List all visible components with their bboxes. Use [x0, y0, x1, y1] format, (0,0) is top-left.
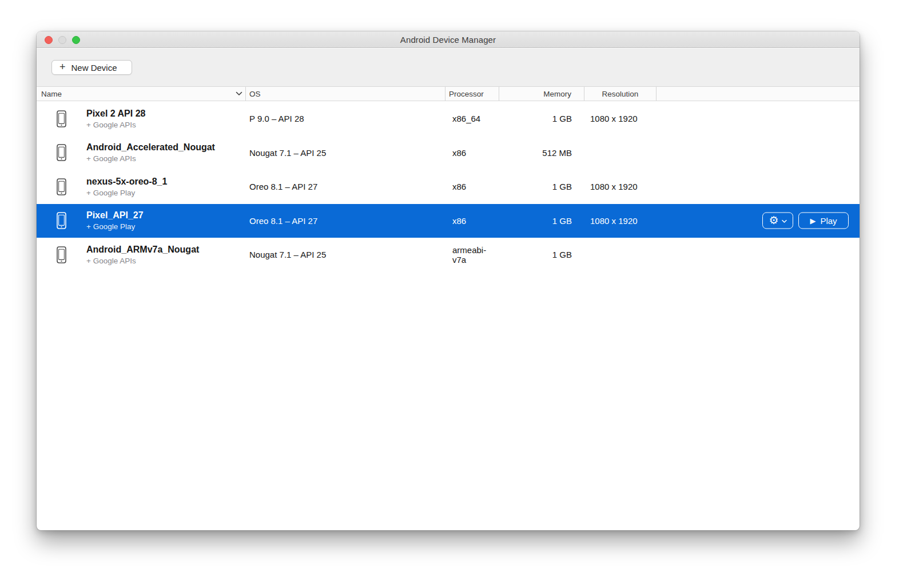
device-processor: armeabi-v7a	[445, 238, 499, 272]
device-row-android-armv7a-nougat[interactable]: Android_ARMv7a_Nougat + Google APIs Noug…	[37, 238, 860, 272]
play-icon: ▶	[810, 217, 815, 225]
zoom-button[interactable]	[72, 36, 80, 44]
minimize-button[interactable]	[58, 36, 66, 44]
device-processor: x86	[445, 170, 499, 204]
device-row-pixel-api-27[interactable]: Pixel_API_27 + Google Play Oreo 8.1 – AP…	[37, 204, 860, 238]
device-processor: x86	[445, 136, 499, 170]
device-memory: 1 GB	[499, 170, 584, 204]
device-name: Android_Accelerated_Nougat	[86, 142, 215, 153]
device-resolution: 1080 x 1920	[584, 204, 657, 238]
phone-icon	[57, 144, 66, 161]
play-button[interactable]: ▶ Play	[798, 213, 849, 229]
toolbar: + New Device	[37, 49, 860, 86]
device-os: Nougat 7.1 – API 25	[246, 136, 445, 170]
column-header-name[interactable]: Name	[37, 87, 246, 101]
column-header-os[interactable]: OS	[246, 87, 445, 101]
device-name: nexus-5x-oreo-8_1	[86, 177, 167, 187]
device-list: Pixel 2 API 28 + Google APIs P 9.0 – API…	[37, 102, 860, 272]
device-processor: x86	[445, 204, 499, 238]
android-device-manager-window: Android Device Manager + New Device Name…	[37, 31, 860, 530]
device-os: P 9.0 – API 28	[246, 102, 445, 136]
new-device-label: New Device	[71, 63, 117, 73]
play-label: Play	[820, 216, 837, 226]
device-name: Android_ARMv7a_Nougat	[86, 245, 199, 255]
device-row-android-accelerated-nougat[interactable]: Android_Accelerated_Nougat + Google APIs…	[37, 136, 860, 170]
device-name: Pixel_API_27	[86, 210, 144, 221]
device-resolution	[584, 136, 657, 170]
device-settings-button[interactable]: ⚙	[762, 213, 793, 229]
close-button[interactable]	[45, 36, 53, 44]
phone-icon	[57, 246, 66, 263]
device-addon: + Google APIs	[86, 257, 136, 265]
column-header-memory[interactable]: Memory	[499, 87, 584, 101]
plus-icon: +	[59, 62, 66, 72]
device-os: Oreo 8.1 – API 27	[246, 170, 445, 204]
device-processor: x86_64	[445, 102, 499, 136]
table-header: Name OS Processor Memory Resolution	[37, 86, 860, 101]
window-controls	[45, 36, 80, 44]
window-title: Android Device Manager	[400, 35, 496, 45]
device-row-nexus-5x-oreo-8-1[interactable]: nexus-5x-oreo-8_1 + Google Play Oreo 8.1…	[37, 170, 860, 204]
phone-icon	[57, 212, 66, 229]
new-device-button[interactable]: + New Device	[51, 60, 132, 75]
device-row-pixel-2-api-28[interactable]: Pixel 2 API 28 + Google APIs P 9.0 – API…	[37, 102, 860, 136]
title-bar: Android Device Manager	[37, 31, 860, 48]
device-addon: + Google APIs	[86, 154, 136, 163]
device-memory: 1 GB	[499, 238, 584, 272]
device-resolution	[584, 238, 657, 272]
device-memory: 512 MB	[499, 136, 584, 170]
device-addon: + Google Play	[86, 222, 135, 231]
phone-icon	[57, 178, 66, 195]
device-addon: + Google APIs	[86, 121, 136, 129]
device-resolution: 1080 x 1920	[584, 170, 657, 204]
device-os: Nougat 7.1 – API 25	[246, 238, 445, 272]
selected-row-actions: ⚙ ▶ Play	[762, 213, 849, 229]
gear-icon: ⚙	[769, 215, 778, 226]
chevron-down-icon	[236, 91, 242, 96]
device-memory: 1 GB	[499, 204, 584, 238]
device-name: Pixel 2 API 28	[86, 109, 145, 119]
device-addon: + Google Play	[86, 189, 135, 197]
chevron-down-icon	[782, 217, 787, 225]
column-header-spacer	[657, 87, 860, 101]
phone-icon	[57, 110, 66, 127]
device-memory: 1 GB	[499, 102, 584, 136]
device-os: Oreo 8.1 – API 27	[246, 204, 445, 238]
column-header-processor[interactable]: Processor	[445, 87, 499, 101]
device-resolution: 1080 x 1920	[584, 102, 657, 136]
column-header-resolution[interactable]: Resolution	[584, 87, 657, 101]
